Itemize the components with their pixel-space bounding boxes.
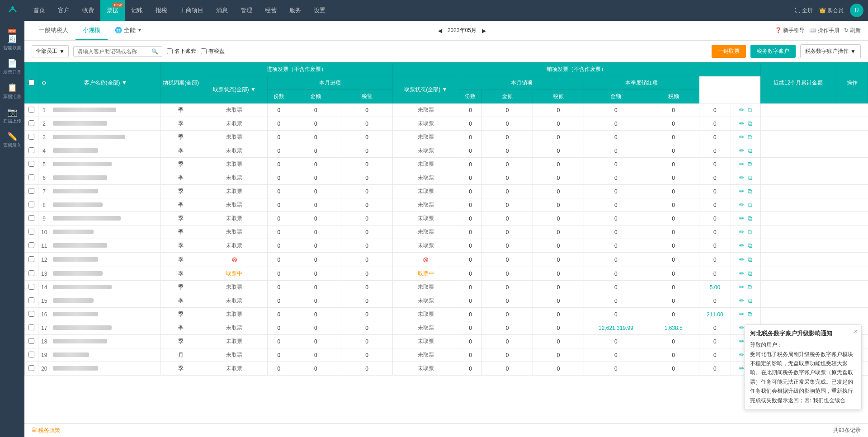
copy-icon[interactable]: ⧉	[748, 297, 752, 304]
edit-icon[interactable]: ✏	[739, 215, 745, 222]
logo[interactable]	[5, 2, 21, 19]
op-manual-btn[interactable]: 📖 操作手册	[809, 27, 839, 34]
subnav-small[interactable]: 小规模	[75, 22, 108, 40]
copy-icon[interactable]: ⧉	[748, 188, 752, 195]
row-checkbox[interactable]	[28, 202, 34, 207]
nav-item-service[interactable]: 服务	[283, 0, 307, 21]
row-checkbox[interactable]	[28, 188, 34, 194]
row-out-status-cell: 未取票	[392, 321, 459, 335]
edit-icon[interactable]: ✏	[739, 160, 745, 168]
subnav-general[interactable]: 一般纳税人	[32, 22, 75, 40]
edit-icon[interactable]: ✏	[739, 174, 745, 181]
select-all-checkbox[interactable]	[28, 80, 34, 85]
edit-icon[interactable]: ✏	[739, 242, 745, 249]
edit-icon[interactable]: ✏	[739, 120, 745, 127]
row-checkbox[interactable]	[28, 256, 34, 262]
edit-icon[interactable]: ✏	[739, 133, 745, 141]
nav-item-settings[interactable]: 设置	[307, 0, 332, 21]
copy-icon[interactable]: ⧉	[748, 201, 752, 208]
row-checkbox[interactable]	[28, 161, 34, 167]
copy-icon[interactable]: ⧉	[748, 310, 752, 318]
nav-item-business[interactable]: 工商项目	[174, 0, 210, 21]
nav-item-fee[interactable]: 收费	[76, 0, 100, 21]
edit-icon[interactable]: ✏	[739, 201, 745, 208]
row-checkbox[interactable]	[28, 324, 34, 330]
nav-item-accounting[interactable]: 记账	[125, 0, 149, 21]
nav-item-manage[interactable]: 管理	[234, 0, 259, 21]
prev-period-btn[interactable]: ◀	[438, 28, 442, 34]
row-in-status-cell: 未取票	[201, 239, 267, 253]
member-btn[interactable]: 👑 购会员	[819, 7, 844, 14]
has-tax-checkbox-label[interactable]: 有税盘	[201, 47, 225, 55]
copy-icon[interactable]: ⧉	[748, 160, 752, 168]
copy-icon[interactable]: ⧉	[748, 215, 752, 222]
row-checkbox[interactable]	[28, 338, 34, 344]
subnav-all[interactable]: 🌐 全能 ▼	[108, 22, 149, 40]
refresh-btn[interactable]: ↻ 刷新	[844, 27, 861, 34]
edit-icon[interactable]: ✏	[739, 351, 745, 358]
has-tax-checkbox[interactable]	[201, 48, 207, 54]
edit-icon[interactable]: ✏	[739, 256, 745, 263]
edit-icon[interactable]: ✏	[739, 283, 745, 291]
copy-icon[interactable]: ⧉	[748, 256, 752, 263]
edit-icon[interactable]: ✏	[739, 147, 745, 154]
search-icon[interactable]: 🔍	[151, 48, 158, 55]
nav-item-operation[interactable]: 经营	[259, 0, 283, 21]
row-checkbox[interactable]	[28, 242, 34, 248]
nav-item-tax[interactable]: 报税	[149, 0, 174, 21]
search-input[interactable]	[77, 48, 150, 55]
copy-icon[interactable]: ⧉	[748, 174, 752, 181]
copy-icon[interactable]: ⧉	[748, 133, 752, 141]
edit-icon[interactable]: ✏	[739, 228, 745, 235]
nav-item-home[interactable]: 首页	[27, 0, 52, 21]
popup-close-btn[interactable]: ×	[854, 328, 858, 335]
nav-item-client[interactable]: 客户	[52, 0, 76, 21]
row-checkbox[interactable]	[28, 270, 34, 276]
copy-icon[interactable]: ⧉	[748, 283, 752, 291]
edit-icon[interactable]: ✏	[739, 324, 745, 331]
sidebar-item-smart-ticket[interactable]: new 🧾 智能取票	[0, 25, 24, 55]
row-checkbox[interactable]	[28, 134, 34, 140]
row-checkbox[interactable]	[28, 107, 34, 113]
copy-icon[interactable]: ⧉	[748, 270, 752, 277]
user-avatar[interactable]: U	[850, 4, 863, 17]
edit-icon[interactable]: ✏	[739, 188, 745, 195]
row-checkbox[interactable]	[28, 352, 34, 357]
row-checkbox[interactable]	[28, 297, 34, 303]
row-checkbox[interactable]	[28, 284, 34, 290]
down-account-checkbox[interactable]	[167, 48, 173, 54]
row-checkbox[interactable]	[28, 311, 34, 317]
sidebar-item-invoice-open[interactable]: 📄 发票开具	[0, 55, 24, 79]
copy-icon[interactable]: ⧉	[748, 242, 752, 249]
tax-digital-ops-btn[interactable]: 税务数字账户操作 ▼	[800, 44, 861, 58]
edit-icon[interactable]: ✏	[739, 297, 745, 304]
tax-policy-link[interactable]: 🏛 税务政策	[32, 427, 60, 434]
row-checkbox[interactable]	[28, 365, 34, 371]
edit-icon[interactable]: ✏	[739, 338, 745, 345]
row-checkbox[interactable]	[28, 174, 34, 180]
edit-icon[interactable]: ✏	[739, 365, 745, 372]
employee-select[interactable]: 全部员工 ▼	[32, 45, 69, 57]
copy-icon[interactable]: ⧉	[748, 228, 752, 235]
sidebar-item-summary[interactable]: 📋 票据汇总	[0, 79, 24, 103]
next-period-btn[interactable]: ▶	[482, 28, 486, 34]
copy-icon[interactable]: ⧉	[748, 120, 752, 127]
one-click-ticket-btn[interactable]: 一键取票	[712, 45, 746, 58]
row-checkbox[interactable]	[28, 120, 34, 126]
row-checkbox[interactable]	[28, 215, 34, 221]
row-checkbox[interactable]	[28, 147, 34, 153]
nav-item-invoice[interactable]: 票据 new	[100, 0, 125, 21]
new-guide-btn[interactable]: ❓ 新手引导	[775, 27, 805, 34]
sidebar-item-ticket-entry[interactable]: ✏️ 票据录入	[0, 128, 24, 152]
nav-item-message[interactable]: 消息	[210, 0, 234, 21]
sidebar-item-scan-upload[interactable]: 📷 扫描上传	[0, 103, 24, 128]
edit-icon[interactable]: ✏	[739, 310, 745, 318]
row-checkbox[interactable]	[28, 229, 34, 235]
copy-icon[interactable]: ⧉	[748, 147, 752, 154]
edit-icon[interactable]: ✏	[739, 270, 745, 277]
fullscreen-btn[interactable]: ⛶ 全屏	[795, 7, 812, 14]
down-account-checkbox-label[interactable]: 名下账套	[167, 47, 196, 55]
tax-digital-account-btn[interactable]: 税务数字账户	[750, 45, 796, 58]
copy-icon[interactable]: ⧉	[748, 106, 752, 113]
edit-icon[interactable]: ✏	[739, 106, 745, 113]
